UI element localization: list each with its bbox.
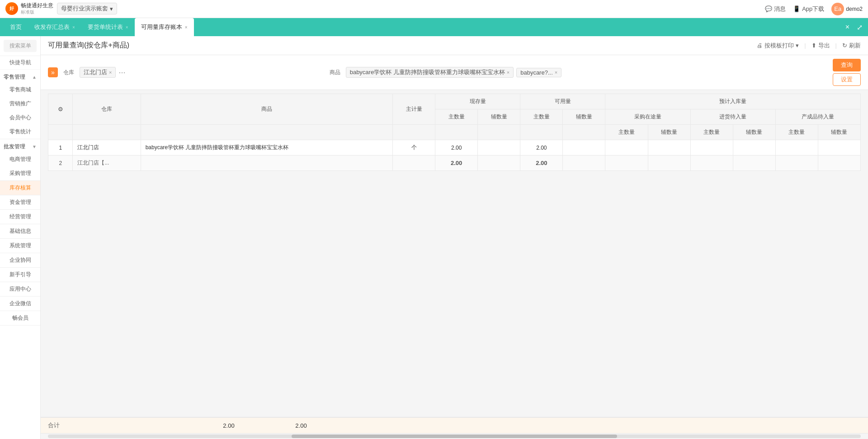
tab-available-stock[interactable]: 可用量库存账本 × <box>135 18 194 36</box>
nav-expand-button[interactable]: ⤢ <box>855 21 864 33</box>
download-icon: 📱 <box>793 5 800 12</box>
settings-button[interactable]: 设置 <box>833 73 861 86</box>
sidebar-item-system[interactable]: 系统管理 <box>0 239 40 253</box>
content-area: 可用量查询(按仓库+商品) 🖨 按模板打印 ▾ | ⬆ 导出 | ↻ 刷新 <box>41 36 868 439</box>
tab-order-stats[interactable]: 要货单统计表 × <box>81 18 135 36</box>
sidebar-item-purchase[interactable]: 采购管理 <box>0 166 40 180</box>
product-tag-2: babycare?... × <box>516 68 561 77</box>
sidebar-item-vip[interactable]: 畅会员 <box>0 311 40 325</box>
sidebar-item-appcenter[interactable]: 应用中心 <box>0 282 40 296</box>
footer-values: 2.00 2.00 <box>120 422 861 429</box>
message-icon: 💬 <box>765 5 772 12</box>
footer-stock-main: 2.00 <box>211 422 247 429</box>
footer-total-label: 合计 <box>48 421 120 430</box>
footer-stock-aux <box>247 422 283 429</box>
sidebar-section-retail-header[interactable]: 零售管理 ▲ <box>0 70 40 83</box>
close-tab-order-stats[interactable]: × <box>126 25 128 30</box>
sidebar-item-quick-nav[interactable]: 快捷导航 <box>0 56 40 70</box>
warehouse-filter-label: 仓库 <box>63 69 74 76</box>
th-product: 商品 <box>141 94 392 125</box>
warehouse-tag-close[interactable]: × <box>109 70 112 75</box>
sidebar-section-vip: 畅会员 <box>0 311 40 326</box>
sidebar-section-ops: 经营管理 <box>0 210 40 224</box>
sidebar: 搜索菜单 快捷导航 零售管理 ▲ 零售商城 营销推广 会员中心 零售统计 批发管… <box>0 36 41 439</box>
scroll-track <box>48 434 861 438</box>
sidebar-item-ops[interactable]: 经营管理 <box>0 210 40 224</box>
sidebar-section-enterprise: 企业协同 <box>0 253 40 268</box>
table-container[interactable]: ⚙ 仓库 商品 主计量 现存量 可用量 预计入库量 主数量 辅数量 主数量 辅数… <box>41 90 868 417</box>
sidebar-item-basic[interactable]: 基础信息 <box>0 224 40 238</box>
th-inbound-aux: 辅数量 <box>733 125 775 140</box>
export-button[interactable]: ⬆ 导出 <box>811 42 830 50</box>
user-profile[interactable]: Ea demo2 <box>831 3 863 15</box>
th-available-group: 可用量 <box>520 94 605 109</box>
close-tab-available-stock[interactable]: × <box>185 25 188 30</box>
sidebar-search-area: 搜索菜单 <box>0 36 40 56</box>
sidebar-item-members[interactable]: 会员中心 <box>0 111 40 125</box>
warehouse-tags: 江北门店 × ··· <box>80 67 321 78</box>
sidebar-item-newguide[interactable]: 新手引导 <box>0 268 40 282</box>
sidebar-section-basic: 基础信息 <box>0 224 40 239</box>
sidebar-item-finance[interactable]: 资金管理 <box>0 195 40 209</box>
product-tag-1-close[interactable]: × <box>507 70 509 75</box>
th-warehouse: 仓库 <box>73 94 141 125</box>
sidebar-section-appcenter: 应用中心 <box>0 282 40 297</box>
export-icon: ⬆ <box>811 42 816 49</box>
th-stock-main: 主数量 <box>435 109 478 125</box>
th-available-aux: 辅数量 <box>563 109 605 125</box>
filter-bar: » 仓库 江北门店 × ··· 商品 babycare学饮杯 儿童防摔防撞吸管杯… <box>41 55 868 90</box>
app-download-button[interactable]: 📱 App下载 <box>793 5 824 13</box>
logo-icon: 好 <box>5 2 18 15</box>
horizontal-scrollbar[interactable] <box>41 434 868 439</box>
chevron-down-icon: ▾ <box>796 42 799 49</box>
scroll-thumb[interactable] <box>292 434 617 438</box>
th-forecast-group: 预计入库量 <box>605 94 861 109</box>
sidebar-section-wholesale-header[interactable]: 批发管理 ▼ <box>0 139 40 152</box>
product-tag-2-close[interactable]: × <box>555 70 557 75</box>
refresh-button[interactable]: ↻ 刷新 <box>842 42 861 50</box>
logo-area: 好 畅捷通好生意 标准版 <box>5 2 53 15</box>
tenant-selector[interactable]: 母婴行业演示账套 ▾ <box>57 3 117 14</box>
sidebar-item-corpwechat[interactable]: 企业微信 <box>0 297 40 311</box>
sidebar-section-system: 系统管理 <box>0 239 40 253</box>
th-production-aux: 辅数量 <box>818 125 860 140</box>
message-button[interactable]: 💬 消息 <box>765 5 786 13</box>
top-bar: 好 畅捷通好生意 标准版 母婴行业演示账套 ▾ 💬 消息 📱 App下载 Ea … <box>0 0 868 18</box>
th-inbound-main: 主数量 <box>690 125 733 140</box>
sidebar-section-retail: 零售管理 ▲ 零售商城 营销推广 会员中心 零售统计 <box>0 70 40 139</box>
th-purchase-group: 采购在途量 <box>605 109 690 125</box>
close-tab-receive-pay[interactable]: × <box>72 25 75 30</box>
nav-tabs-right: × ⤢ <box>844 21 864 33</box>
sidebar-item-marketing[interactable]: 营销推广 <box>0 97 40 111</box>
top-bar-right: 💬 消息 📱 App下载 Ea demo2 <box>765 3 863 15</box>
tab-home[interactable]: 首页 <box>4 18 28 36</box>
sidebar-item-enterprise[interactable]: 企业协同 <box>0 253 40 267</box>
th-unit: 主计量 <box>393 94 435 125</box>
th-stock-group: 现存量 <box>435 94 520 109</box>
stock-table: ⚙ 仓库 商品 主计量 现存量 可用量 预计入库量 主数量 辅数量 主数量 辅数… <box>48 94 861 171</box>
sidebar-section-finance: 资金管理 <box>0 195 40 210</box>
sidebar-item-ecommerce[interactable]: 电商管理 <box>0 152 40 166</box>
main-layout: 搜索菜单 快捷导航 零售管理 ▲ 零售商城 营销推广 会员中心 零售统计 批发管… <box>0 36 868 439</box>
settings-icon[interactable]: ⚙ <box>58 106 63 113</box>
filter-actions: 查询 设置 <box>833 59 861 86</box>
page-header: 可用量查询(按仓库+商品) 🖨 按模板打印 ▾ | ⬆ 导出 | ↻ 刷新 <box>41 36 868 55</box>
query-button[interactable]: 查询 <box>833 59 861 71</box>
sidebar-item-retail-store[interactable]: 零售商城 <box>0 83 40 97</box>
tab-receive-pay[interactable]: 收发存汇总表 × <box>28 18 81 36</box>
filter-expand-button[interactable]: » <box>48 67 58 77</box>
logo-text: 畅捷通好生意 标准版 <box>21 2 53 15</box>
search-menu-button[interactable]: 搜索菜单 <box>4 40 37 52</box>
filter-more-warehouses[interactable]: ··· <box>118 68 125 76</box>
page-actions: 🖨 按模板打印 ▾ | ⬆ 导出 | ↻ 刷新 <box>757 42 861 50</box>
product-tags: babycare学饮杯 儿童防摔防撞吸管杯重力球吸嘴杯宝宝水杯 × babyca… <box>346 67 827 78</box>
sidebar-section-corpwechat: 企业微信 <box>0 297 40 311</box>
print-template-button[interactable]: 🖨 按模板打印 ▾ <box>757 42 799 50</box>
sidebar-item-retail-stats[interactable]: 零售统计 <box>0 125 40 139</box>
table-row: 1 江北门店 babycare学饮杯 儿童防摔防撞吸管杯重力球吸嘴杯宝宝水杯 个… <box>48 140 861 156</box>
page-title: 可用量查询(按仓库+商品) <box>48 41 129 50</box>
chevron-down-icon: ▼ <box>32 144 37 149</box>
sidebar-section-stock: 库存核算 <box>0 181 40 195</box>
nav-close-button[interactable]: × <box>844 21 851 33</box>
sidebar-item-stock[interactable]: 库存核算 <box>0 181 40 195</box>
